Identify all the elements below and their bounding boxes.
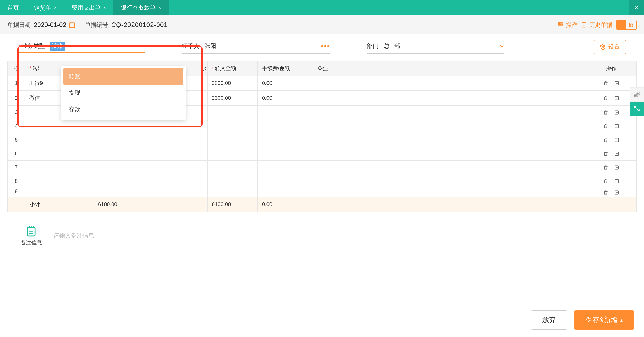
- table-row: 9: [8, 188, 636, 197]
- business-type-field[interactable]: * 业务类型 转账: [18, 42, 145, 53]
- subtotal-out-amount: 6100.00: [94, 197, 197, 212]
- doc-no-label: 单据编号: [85, 21, 108, 29]
- calendar-icon[interactable]: [68, 21, 75, 28]
- svg-rect-11: [632, 25, 633, 27]
- tab-expense-label: 费用支出单: [72, 4, 101, 12]
- svg-rect-8: [629, 23, 631, 24]
- in-amount-cell[interactable]: 3800.00: [208, 76, 258, 91]
- tab-expense[interactable]: 费用支出单×: [64, 0, 114, 15]
- in-account-header: 尔: [197, 61, 208, 76]
- svg-rect-4: [559, 24, 560, 25]
- history-button[interactable]: 历史单据: [581, 21, 612, 29]
- svg-rect-9: [632, 23, 633, 24]
- table-row: 8: [8, 174, 636, 188]
- expand-button[interactable]: [630, 102, 644, 116]
- view-toggle: [616, 20, 637, 30]
- svg-point-13: [16, 68, 17, 69]
- add-row-button[interactable]: [614, 124, 619, 129]
- ops-header: 操作: [586, 61, 636, 76]
- delete-row-button[interactable]: [603, 95, 608, 101]
- add-row-button[interactable]: [614, 165, 619, 170]
- chevron-up-icon: [140, 43, 145, 49]
- row-index: 1: [8, 76, 25, 91]
- delete-row-button[interactable]: [603, 110, 608, 115]
- required-star: *: [18, 43, 20, 49]
- handler-value: 张阳: [204, 40, 321, 52]
- add-row-button[interactable]: [614, 81, 619, 86]
- delete-row-button[interactable]: [603, 151, 608, 156]
- dropdown-option-deposit[interactable]: 存款: [63, 101, 183, 117]
- handler-field[interactable]: 经手人 张阳 •••: [182, 40, 330, 54]
- table-row: 4: [8, 119, 636, 133]
- close-icon[interactable]: ×: [158, 5, 161, 11]
- dept-value: 总 部: [383, 40, 499, 52]
- delete-row-button[interactable]: [603, 124, 608, 129]
- remark-header: 备注: [313, 61, 586, 76]
- close-icon[interactable]: ×: [103, 5, 106, 11]
- fee-cell[interactable]: 0.00: [258, 91, 313, 106]
- ops-label: 操作: [566, 21, 577, 29]
- svg-rect-1: [559, 23, 560, 24]
- footer-actions: 放弃 保存&新增▴: [531, 310, 634, 330]
- ops-button[interactable]: 操作: [558, 21, 577, 29]
- svg-point-12: [602, 46, 604, 48]
- delete-row-button[interactable]: [603, 81, 608, 86]
- dept-label: 部门: [367, 42, 379, 50]
- table-row: 5: [8, 133, 636, 147]
- svg-rect-5: [560, 24, 561, 25]
- document-header: 单据日期 2020-01-02 单据编号 CQ-20200102-001 操作 …: [0, 15, 644, 34]
- date-value[interactable]: 2020-01-02: [34, 21, 66, 29]
- tab-home[interactable]: 首页: [0, 0, 26, 15]
- settings-label: 设置: [608, 43, 620, 51]
- svg-rect-6: [562, 24, 563, 25]
- settings-button[interactable]: 设置: [594, 40, 626, 54]
- tabbar-close-button[interactable]: ×: [629, 0, 644, 15]
- close-icon[interactable]: ×: [54, 5, 57, 11]
- svg-rect-0: [69, 23, 75, 27]
- add-row-button[interactable]: [614, 179, 619, 184]
- business-type-value: 转账: [50, 42, 65, 51]
- save-and-new-button[interactable]: 保存&新增▴: [574, 310, 634, 330]
- gear-icon: [600, 44, 606, 50]
- dropdown-option-withdraw[interactable]: 提现: [63, 85, 183, 101]
- delete-row-button[interactable]: [603, 165, 608, 170]
- remark-cell[interactable]: [313, 76, 586, 91]
- fee-cell[interactable]: 0.00: [258, 76, 313, 91]
- add-row-button[interactable]: [614, 190, 619, 195]
- tab-bank-label: 银行存取款单: [121, 4, 156, 12]
- chevron-up-icon: ▴: [620, 317, 623, 323]
- handler-label: 经手人: [182, 42, 199, 50]
- add-row-button[interactable]: [614, 137, 619, 143]
- table-subtotal: 小计 6100.00 6100.00 0.00: [8, 197, 636, 212]
- view-list-button[interactable]: [616, 20, 626, 29]
- tab-bar: 首页 销货单× 费用支出单× 银行存取款单× ×: [0, 0, 644, 15]
- business-type-label: 业务类型: [22, 42, 45, 50]
- fee-header: 手续费/差额: [258, 61, 313, 76]
- add-row-button[interactable]: [614, 110, 619, 115]
- more-icon[interactable]: •••: [321, 42, 330, 50]
- dept-field[interactable]: 部门 总 部: [367, 40, 504, 54]
- view-grid-button[interactable]: [626, 20, 636, 29]
- tab-bank[interactable]: 银行存取款单×: [113, 0, 169, 15]
- tab-sales[interactable]: 销货单×: [26, 0, 64, 15]
- attachment-button[interactable]: [630, 87, 644, 102]
- delete-row-button[interactable]: [603, 190, 608, 195]
- add-row-button[interactable]: [614, 95, 619, 101]
- gear-column-header[interactable]: [8, 61, 25, 76]
- svg-rect-2: [560, 23, 561, 24]
- discard-button[interactable]: 放弃: [531, 310, 567, 330]
- add-row-button[interactable]: [614, 151, 619, 156]
- tab-sales-label: 销货单: [34, 4, 51, 12]
- remarks-input[interactable]: [52, 230, 629, 242]
- dropdown-option-transfer[interactable]: 转账: [63, 68, 183, 85]
- form-row: * 业务类型 转账 经手人 张阳 ••• 部门 总 部 设置: [7, 34, 637, 58]
- in-account-cell[interactable]: [197, 76, 208, 91]
- delete-row-button[interactable]: [603, 137, 608, 143]
- table-row: 6: [8, 147, 636, 161]
- date-label: 单据日期: [7, 21, 31, 29]
- subtotal-label: 小计: [25, 197, 94, 212]
- in-amount-cell[interactable]: 2300.00: [208, 91, 258, 106]
- chevron-down-icon: [499, 44, 504, 49]
- notes-icon: [25, 225, 37, 237]
- delete-row-button[interactable]: [603, 179, 608, 184]
